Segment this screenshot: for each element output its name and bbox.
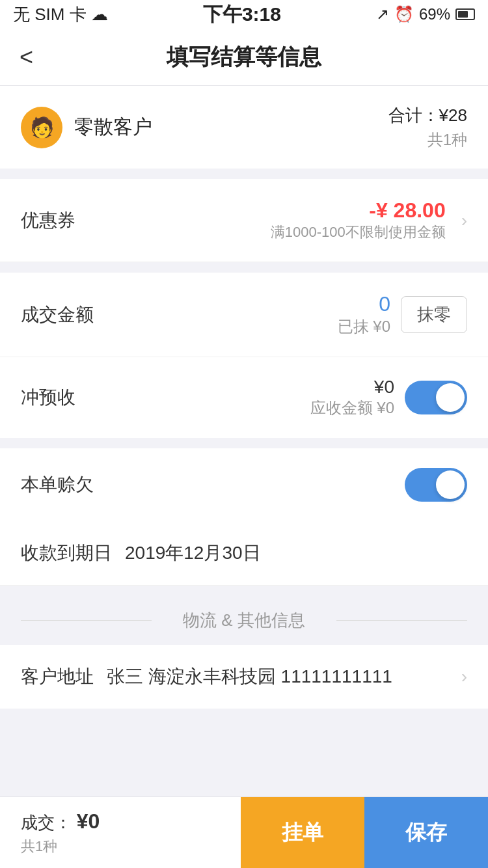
customer-card: 🧑 零散客户 合计：¥28 共1种	[0, 86, 488, 169]
bottom-trade-label: 成交：	[21, 813, 72, 832]
coupon-section: 优惠券 -¥ 28.00 满1000-100不限制使用金额 ›	[0, 179, 488, 262]
bottom-trade-line: 成交： ¥0	[21, 809, 220, 834]
prepayment-label: 冲预收	[21, 385, 75, 410]
bottom-trade-value: ¥0	[77, 809, 100, 833]
battery-percent: 69%	[419, 5, 450, 23]
prepayment-toggle[interactable]	[405, 381, 467, 414]
prepayment-value: ¥0	[310, 377, 394, 398]
divider-line-right	[336, 620, 467, 621]
divider-line-left	[21, 620, 152, 621]
content: 🧑 零散客户 合计：¥28 共1种 优惠券 -¥ 28.00 满1000-100…	[0, 86, 488, 797]
chevron-right-icon: ›	[461, 210, 467, 231]
debt-toggle[interactable]	[405, 468, 467, 502]
transaction-sub: 已抹 ¥0	[338, 316, 390, 337]
coupon-discount: -¥ 28.00	[271, 198, 446, 223]
total-count: 共1种	[388, 129, 467, 150]
transaction-info: 0 已抹 ¥0	[338, 292, 390, 337]
debt-label: 本单赊欠	[21, 472, 94, 497]
bottom-bar: 成交： ¥0 共1种 挂单 保存	[0, 796, 488, 868]
status-bar: 无 SIM 卡 ☁ 下午3:18 ↗ ⏰ 69%	[0, 0, 488, 29]
page-title: 填写结算等信息	[167, 42, 321, 72]
status-time: 下午3:18	[203, 1, 281, 28]
transaction-row: 成交金额 0 已抹 ¥0 抹零	[0, 273, 488, 357]
due-date-label: 收款到期日	[21, 541, 112, 565]
bottom-count: 共1种	[21, 837, 220, 856]
prepayment-row: 冲预收 ¥0 应收金额 ¥0	[0, 357, 488, 438]
total-amount: 合计：¥28	[388, 104, 467, 127]
coupon-description: 满1000-100不限制使用金额	[271, 223, 446, 242]
logistics-label: 物流 & 其他信息	[183, 609, 305, 632]
customer-name: 零散客户	[74, 114, 152, 141]
avatar: 🧑	[21, 107, 62, 148]
alarm-icon: ⏰	[394, 5, 414, 23]
logistics-divider-inner: 物流 & 其他信息	[0, 609, 488, 632]
transaction-section: 成交金额 0 已抹 ¥0 抹零 冲预收 ¥0 应收金额 ¥0	[0, 273, 488, 438]
status-left: 无 SIM 卡 ☁	[13, 3, 108, 26]
customer-info-left: 🧑 零散客户	[21, 107, 152, 148]
coupon-right: -¥ 28.00 满1000-100不限制使用金额 ›	[271, 198, 467, 242]
address-section: 客户地址 张三 海淀永丰科技园 11111111111 ›	[0, 645, 488, 709]
logistics-divider: 物流 & 其他信息	[0, 596, 488, 645]
debt-row: 本单赊欠	[0, 448, 488, 521]
address-chevron-icon: ›	[461, 666, 467, 687]
due-date-value: 2019年12月30日	[125, 541, 261, 565]
debt-right	[405, 468, 467, 502]
save-button[interactable]: 保存	[364, 797, 488, 869]
address-row[interactable]: 客户地址 张三 海淀永丰科技园 11111111111 ›	[0, 645, 488, 709]
toggle-knob	[436, 383, 465, 412]
coupon-info: -¥ 28.00 满1000-100不限制使用金额	[271, 198, 446, 242]
due-date-row: 收款到期日 2019年12月30日	[0, 521, 488, 586]
bottom-info: 成交： ¥0 共1种	[0, 809, 241, 856]
address-label: 客户地址	[21, 664, 94, 689]
debt-section: 本单赊欠 收款到期日 2019年12月30日	[0, 448, 488, 586]
signal-text: 无 SIM 卡 ☁	[13, 3, 108, 26]
transaction-right: 0 已抹 ¥0 抹零	[338, 292, 467, 337]
prepayment-info: ¥0 应收金额 ¥0	[310, 377, 394, 418]
address-value: 张三 海淀永丰科技园 11111111111	[107, 664, 456, 689]
avatar-icon: 🧑	[30, 116, 54, 139]
hold-button[interactable]: 挂单	[241, 797, 364, 869]
nav-bar: < 填写结算等信息	[0, 29, 488, 86]
debt-toggle-knob	[436, 470, 465, 499]
prepayment-sub: 应收金额 ¥0	[310, 398, 394, 418]
customer-info-right: 合计：¥28 共1种	[388, 104, 467, 150]
coupon-row[interactable]: 优惠券 -¥ 28.00 满1000-100不限制使用金额 ›	[0, 179, 488, 262]
coupon-label: 优惠券	[21, 208, 75, 233]
status-right: ↗ ⏰ 69%	[376, 5, 475, 23]
round-zero-button[interactable]: 抹零	[401, 296, 467, 333]
transaction-label: 成交金额	[21, 303, 94, 327]
back-button[interactable]: <	[20, 44, 33, 71]
battery-icon	[455, 8, 475, 20]
location-icon: ↗	[376, 5, 389, 23]
prepayment-right: ¥0 应收金额 ¥0	[310, 377, 467, 418]
transaction-value: 0	[338, 292, 390, 316]
